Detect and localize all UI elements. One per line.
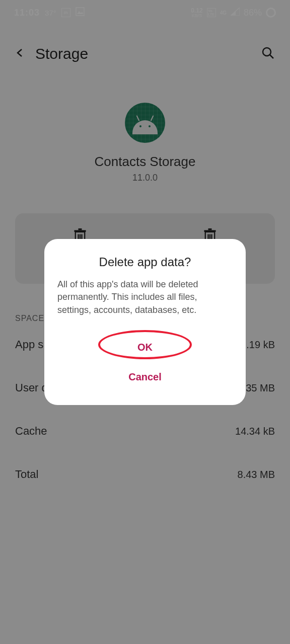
dialog-title: Delete app data?	[57, 255, 233, 269]
delete-data-dialog: Delete app data? All of this app's data …	[44, 239, 246, 405]
ok-button[interactable]: OK	[57, 333, 233, 362]
cancel-button[interactable]: Cancel	[57, 362, 233, 392]
dialog-message: All of this app's data will be deleted p…	[57, 278, 233, 316]
modal-scrim[interactable]: Delete app data? All of this app's data …	[0, 0, 290, 644]
